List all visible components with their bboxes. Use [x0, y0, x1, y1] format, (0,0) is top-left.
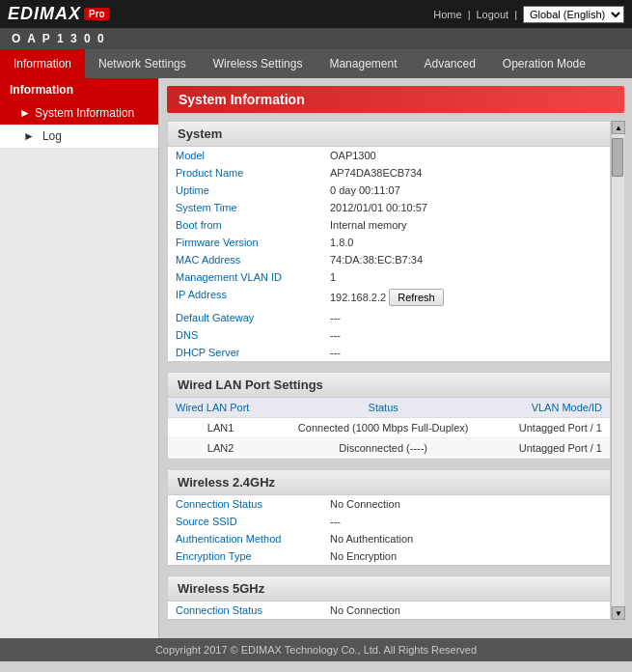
- table-row: Management VLAN ID 1: [168, 268, 610, 286]
- field-label-product: Product Name: [168, 164, 322, 182]
- w24-auth-label: Authentication Method: [168, 530, 322, 547]
- lan2-vlan: Untagged Port / 1: [493, 438, 610, 459]
- field-label-gateway: Default Gateway: [168, 309, 322, 326]
- field-value-model: OAP1300: [322, 147, 610, 164]
- w24-ssid-value: ---: [322, 513, 610, 530]
- wireless-24-table: Connection Status No Connection Source S…: [168, 495, 610, 565]
- table-row: Product Name AP74DA38ECB734: [168, 164, 610, 182]
- w24-ssid-label: Source SSID: [168, 513, 322, 530]
- sidebar-item-log[interactable]: ► Log: [0, 125, 158, 148]
- w24-conn-label: Connection Status: [168, 495, 322, 513]
- field-label-ip: IP Address: [168, 286, 322, 309]
- table-row: MAC Address 74:DA:38:EC:B7:34: [168, 251, 610, 268]
- logo-text: EDIMAX: [8, 4, 81, 24]
- scroll-down-button[interactable]: ▼: [612, 606, 625, 620]
- system-section-header: System: [168, 122, 610, 147]
- refresh-button[interactable]: Refresh: [389, 289, 444, 306]
- device-name: O A P 1 3 0 0: [12, 32, 106, 45]
- language-select[interactable]: Global (English): [523, 6, 624, 23]
- col-header-vlan: VLAN Mode/ID: [493, 398, 610, 418]
- nav-management[interactable]: Management: [316, 49, 410, 78]
- scrollbar: ▲ ▼: [611, 121, 624, 620]
- sidebar-item-system-information[interactable]: ► System Information: [0, 101, 158, 125]
- sidebar-arrow-icon: ►: [19, 106, 31, 120]
- footer-text: Copyright 2017 © EDIMAX Technology Co., …: [155, 644, 477, 656]
- table-row: Authentication Method No Authentication: [168, 530, 610, 547]
- table-row: Connection Status No Connection: [168, 495, 610, 513]
- sidebar: Information ► System Information ► Log: [0, 78, 159, 638]
- footer: Copyright 2017 © EDIMAX Technology Co., …: [0, 638, 632, 661]
- device-name-bar: O A P 1 3 0 0: [0, 28, 632, 49]
- table-row: Connection Status No Connection: [168, 602, 610, 619]
- scroll-up-button[interactable]: ▲: [612, 121, 625, 134]
- scroll-handle[interactable]: [612, 138, 623, 177]
- table-row: DHCP Server ---: [168, 344, 610, 361]
- field-value-dhcp: ---: [322, 344, 610, 361]
- lan1-port: LAN1: [168, 418, 273, 438]
- w24-conn-value: No Connection: [322, 495, 610, 513]
- field-label-dhcp: DHCP Server: [168, 344, 322, 361]
- lan1-vlan: Untagged Port / 1: [493, 418, 610, 438]
- field-value-product: AP74DA38ECB734: [322, 164, 610, 182]
- wireless-5-header: Wireless 5GHz: [168, 576, 610, 602]
- table-row: LAN1 Connected (1000 Mbps Full-Duplex) U…: [168, 418, 610, 438]
- navigation: Information Network Settings Wireless Se…: [0, 49, 632, 78]
- field-label-uptime: Uptime: [168, 182, 322, 199]
- lan1-status: Connected (1000 Mbps Full-Duplex): [273, 418, 493, 438]
- field-label-model: Model: [168, 147, 322, 164]
- table-row: Default Gateway ---: [168, 309, 610, 326]
- content-inner: System Model OAP1300 Product Name AP74DA…: [167, 121, 611, 620]
- nav-wireless-settings[interactable]: Wireless Settings: [200, 49, 316, 78]
- content-wrapper: System Model OAP1300 Product Name AP74DA…: [167, 121, 624, 620]
- w24-enc-label: Encryption Type: [168, 547, 322, 565]
- field-value-mac: 74:DA:38:EC:B7:34: [322, 251, 610, 268]
- field-label-vlan: Management VLAN ID: [168, 268, 322, 286]
- field-value-vlan: 1: [322, 268, 610, 286]
- table-row: Encryption Type No Encryption: [168, 547, 610, 565]
- nav-advanced[interactable]: Advanced: [410, 49, 488, 78]
- table-row: System Time 2012/01/01 00:10:57: [168, 199, 610, 216]
- field-label-dns: DNS: [168, 326, 322, 344]
- field-label-boot: Boot from: [168, 216, 322, 234]
- table-row: Boot from Internal memory: [168, 216, 610, 234]
- col-header-status: Status: [273, 398, 493, 418]
- wireless-5-section: Wireless 5GHz Connection Status No Conne…: [167, 575, 611, 620]
- w24-auth-value: No Authentication: [322, 530, 610, 547]
- system-section: System Model OAP1300 Product Name AP74DA…: [167, 121, 611, 362]
- wired-lan-table: Wired LAN Port Status VLAN Mode/ID LAN1 …: [168, 398, 610, 459]
- wired-lan-section: Wired LAN Port Settings Wired LAN Port S…: [167, 372, 611, 460]
- scroll-track: [612, 134, 624, 606]
- top-links: Home | Logout | Global (English): [433, 6, 624, 23]
- system-info-table: Model OAP1300 Product Name AP74DA38ECB73…: [168, 147, 610, 361]
- col-header-port: Wired LAN Port: [168, 398, 273, 418]
- wireless-24-header: Wireless 2.4GHz: [168, 470, 610, 495]
- field-label-firmware: Firmware Version: [168, 234, 322, 251]
- field-label-systime: System Time: [168, 199, 322, 216]
- wireless-24-section: Wireless 2.4GHz Connection Status No Con…: [167, 469, 611, 566]
- wired-lan-header: Wired LAN Port Settings: [168, 373, 610, 398]
- main-layout: Information ► System Information ► Log S…: [0, 78, 632, 638]
- table-row: Uptime 0 day 00:11:07: [168, 182, 610, 199]
- wireless-5-table: Connection Status No Connection: [168, 602, 610, 619]
- table-row: DNS ---: [168, 326, 610, 344]
- field-value-systime: 2012/01/01 00:10:57: [322, 199, 610, 216]
- nav-information[interactable]: Information: [0, 49, 85, 78]
- table-row: LAN2 Disconnected (----) Untagged Port /…: [168, 438, 610, 459]
- field-value-gateway: ---: [322, 309, 610, 326]
- logo-pro: Pro: [84, 8, 110, 20]
- field-value-firmware: 1.8.0: [322, 234, 610, 251]
- field-value-boot: Internal memory: [322, 216, 610, 234]
- table-header-row: Wired LAN Port Status VLAN Mode/ID: [168, 398, 610, 418]
- logo: EDIMAX Pro: [8, 4, 110, 24]
- field-value-ip: 192.168.2.2 Refresh: [322, 286, 610, 309]
- w24-enc-value: No Encryption: [322, 547, 610, 565]
- logout-link[interactable]: Logout: [476, 9, 508, 20]
- home-link[interactable]: Home: [433, 9, 461, 20]
- content-area: System Information System Model OAP1300 …: [159, 78, 632, 638]
- nav-operation-mode[interactable]: Operation Mode: [489, 49, 599, 78]
- nav-network-settings[interactable]: Network Settings: [85, 49, 200, 78]
- table-row: IP Address 192.168.2.2 Refresh: [168, 286, 610, 309]
- table-row: Firmware Version 1.8.0: [168, 234, 610, 251]
- sidebar-section-information: Information: [0, 78, 158, 101]
- content-title: System Information: [167, 86, 624, 113]
